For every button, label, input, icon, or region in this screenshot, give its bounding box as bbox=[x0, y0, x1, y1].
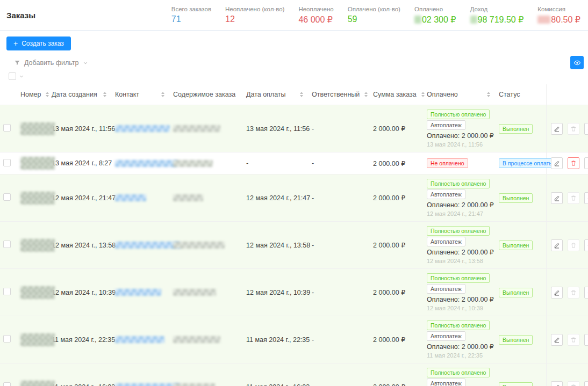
delete-button[interactable] bbox=[568, 239, 579, 251]
table-row: 11 мая 2024 г., 22:35 11 мая 2024 г., 22… bbox=[0, 316, 588, 363]
stat-value: 71 bbox=[171, 14, 211, 24]
history-button[interactable] bbox=[584, 123, 588, 135]
column-header-status: Статус bbox=[494, 84, 546, 105]
censored-order-content bbox=[173, 242, 225, 249]
column-header-created[interactable]: Дата создания bbox=[47, 84, 111, 105]
contact-cell bbox=[111, 152, 169, 174]
order-sum-cell: 2 000.00 ₽ bbox=[369, 363, 422, 386]
payment-date-cell: 11 мая 2024 г., 22:35 bbox=[242, 316, 307, 363]
delete-button[interactable] bbox=[568, 334, 579, 346]
edit-button[interactable] bbox=[551, 334, 563, 346]
responsible-value: - bbox=[312, 159, 314, 167]
column-label: Статус bbox=[499, 91, 520, 98]
censored-contact-link[interactable] bbox=[115, 125, 170, 132]
create-order-button[interactable]: + Создать заказ bbox=[6, 37, 71, 50]
stat-label: Оплачено (кол-во) bbox=[348, 6, 400, 12]
stats-panel: Всего заказов 71 Неоплачено (кол-во) 12 … bbox=[171, 6, 580, 25]
history-button[interactable] bbox=[584, 287, 588, 298]
row-checkbox[interactable] bbox=[3, 335, 11, 343]
order-content-cell bbox=[169, 174, 242, 222]
censored-contact-link[interactable] bbox=[115, 383, 181, 386]
column-visibility-button[interactable] bbox=[570, 56, 584, 69]
column-header-pay-date[interactable]: Дата оплаты bbox=[242, 84, 307, 105]
history-button[interactable] bbox=[584, 157, 588, 169]
stat-unpaid-sum: Неоплачено 46 000 ₽ bbox=[298, 6, 333, 25]
delete-button[interactable] bbox=[568, 192, 579, 204]
censored-contact-link[interactable] bbox=[115, 160, 177, 167]
created-date: 12 мая 2024 г., 10:39 bbox=[52, 289, 116, 296]
censored-order-number bbox=[20, 333, 55, 346]
row-checkbox-cell bbox=[0, 105, 16, 152]
row-checkbox[interactable] bbox=[3, 124, 11, 132]
column-header-number[interactable]: Номер bbox=[16, 84, 47, 105]
censored-order-content bbox=[173, 383, 215, 386]
row-checkbox[interactable] bbox=[3, 159, 11, 166]
responsible-cell: - bbox=[307, 269, 369, 316]
order-content-cell bbox=[169, 269, 242, 316]
contact-cell bbox=[111, 222, 169, 269]
column-header-responsible[interactable]: Ответственный bbox=[307, 84, 369, 105]
created-date: 12 мая 2024 г., 21:47 bbox=[52, 194, 116, 202]
edit-button[interactable] bbox=[551, 157, 563, 169]
topbar: Заказы Всего заказов 71 Неоплачено (кол-… bbox=[0, 0, 588, 31]
status-badge: Выполнен bbox=[499, 382, 533, 386]
row-checkbox[interactable] bbox=[3, 193, 11, 201]
toolbar: + Создать заказ Добавить фильтр bbox=[0, 31, 588, 80]
order-sum-cell: 2 000.00 ₽ bbox=[369, 269, 422, 316]
censored-contact-link[interactable] bbox=[115, 242, 181, 249]
responsible-value: - bbox=[312, 336, 314, 344]
row-checkbox-cell bbox=[0, 363, 16, 386]
row-checkbox[interactable] bbox=[3, 382, 11, 386]
edit-button[interactable] bbox=[551, 192, 563, 204]
column-label: Номер bbox=[20, 91, 41, 98]
history-button[interactable] bbox=[584, 381, 588, 386]
row-checkbox[interactable] bbox=[3, 288, 11, 295]
column-header-sum[interactable]: Сумма заказа bbox=[369, 84, 422, 105]
history-button[interactable] bbox=[584, 239, 588, 251]
edit-button[interactable] bbox=[551, 123, 563, 135]
delete-button[interactable] bbox=[568, 381, 579, 386]
table-row: 13 мая 2024 г., 11:56 13 мая 2024 г., 11… bbox=[0, 105, 588, 152]
created-date: 12 мая 2024 г., 13:58 bbox=[52, 242, 116, 249]
delete-button[interactable] bbox=[568, 123, 579, 135]
censored-contact-link[interactable] bbox=[115, 289, 161, 296]
payment-info-cell: Полностью оплачено Автоплатеж Оплачено: … bbox=[422, 269, 494, 316]
responsible-value: - bbox=[312, 289, 314, 296]
contact-cell bbox=[111, 363, 169, 386]
edit-button[interactable] bbox=[551, 239, 563, 251]
row-actions-cell bbox=[546, 174, 588, 222]
censored-contact-link[interactable] bbox=[115, 336, 164, 343]
created-date: 11 мая 2024 г., 16:03 bbox=[52, 383, 115, 386]
history-button[interactable] bbox=[584, 192, 588, 204]
responsible-cell: - bbox=[307, 316, 369, 363]
stat-value: 46 000 ₽ bbox=[298, 14, 333, 25]
add-filter-control[interactable]: Добавить фильтр bbox=[14, 59, 582, 67]
order-number-cell bbox=[16, 316, 47, 363]
censored-order-content bbox=[173, 194, 203, 201]
delete-button[interactable] bbox=[568, 287, 579, 298]
censored-contact-link[interactable] bbox=[115, 194, 146, 201]
payment-date: 12 мая 2024 г., 13:58 bbox=[246, 242, 310, 249]
select-all-checkbox[interactable] bbox=[9, 72, 16, 80]
column-header-contact[interactable]: Контакт bbox=[111, 84, 169, 105]
responsible-cell: - bbox=[307, 105, 369, 152]
payment-date: 11 мая 2024 г., 22:35 bbox=[246, 336, 310, 344]
status-cell: Выполнен bbox=[494, 363, 546, 386]
payment-paid-block: Полностью оплачено Автоплатеж Оплачено: … bbox=[427, 368, 490, 386]
delete-button[interactable] bbox=[568, 157, 579, 169]
edit-button[interactable] bbox=[551, 287, 563, 298]
row-checkbox[interactable] bbox=[3, 241, 11, 248]
column-label: Содержимое заказа bbox=[173, 91, 235, 98]
responsible-cell: - bbox=[307, 174, 369, 222]
stat-paid-count: Оплачено (кол-во) 59 bbox=[348, 6, 400, 24]
row-checkbox-cell bbox=[0, 174, 16, 222]
created-date-cell: 11 мая 2024 г., 22:35 bbox=[47, 316, 111, 363]
edit-button[interactable] bbox=[551, 381, 563, 386]
created-date-cell: 13 мая 2024 г., 11:56 bbox=[47, 105, 111, 152]
history-button[interactable] bbox=[584, 334, 588, 346]
header-checkbox-cell bbox=[0, 84, 16, 105]
column-header-paid[interactable]: Оплачено bbox=[422, 84, 494, 105]
order-sum: 2 000.00 ₽ bbox=[373, 336, 405, 344]
chevron-down-icon[interactable] bbox=[19, 74, 24, 79]
status-cell: В процессе оплаты bbox=[494, 152, 546, 174]
